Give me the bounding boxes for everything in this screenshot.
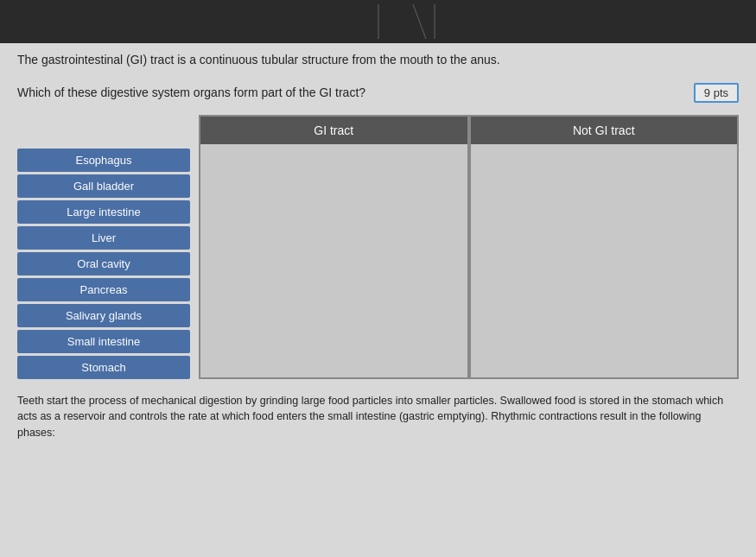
drag-item[interactable]: Small intestine	[17, 330, 190, 353]
drag-drop-area: EsophagusGall bladderLarge intestineLive…	[17, 115, 739, 379]
drag-item[interactable]: Large intestine	[17, 200, 190, 224]
top-bar	[0, 0, 756, 43]
drag-item[interactable]: Esophagus	[17, 149, 190, 172]
footer-text: Teeth start the process of mechanical di…	[17, 393, 739, 441]
svg-line-1	[413, 4, 426, 39]
drag-item[interactable]: Liver	[17, 226, 190, 250]
drag-item[interactable]: Gall bladder	[17, 174, 190, 198]
question-text: Which of these digestive system organs f…	[17, 85, 365, 99]
drop-zone-header-not_gi_tract: Not GI tract	[471, 117, 738, 144]
drag-item[interactable]: Oral cavity	[17, 252, 190, 275]
page-container: The gastrointestinal (GI) tract is a con…	[0, 0, 756, 557]
items-column: EsophagusGall bladderLarge intestineLive…	[17, 115, 199, 379]
drop-zone-not_gi_tract[interactable]: Not GI tract	[469, 115, 740, 379]
drag-item[interactable]: Salivary glands	[17, 304, 190, 327]
drop-zone-body-gi_tract[interactable]	[200, 144, 467, 343]
drop-zone-header-gi_tract: GI tract	[200, 117, 467, 144]
drag-item[interactable]: Stomach	[17, 356, 190, 379]
question-row: Which of these digestive system organs f…	[17, 83, 739, 103]
drop-zone-gi_tract[interactable]: GI tract	[199, 115, 469, 379]
drop-zone-body-not_gi_tract[interactable]	[471, 144, 738, 343]
points-badge: 9 pts	[694, 83, 739, 103]
drag-item[interactable]: Pancreas	[17, 278, 190, 301]
description-text: The gastrointestinal (GI) tract is a con…	[17, 52, 739, 69]
drop-zones: GI tractNot GI tract	[199, 115, 739, 379]
